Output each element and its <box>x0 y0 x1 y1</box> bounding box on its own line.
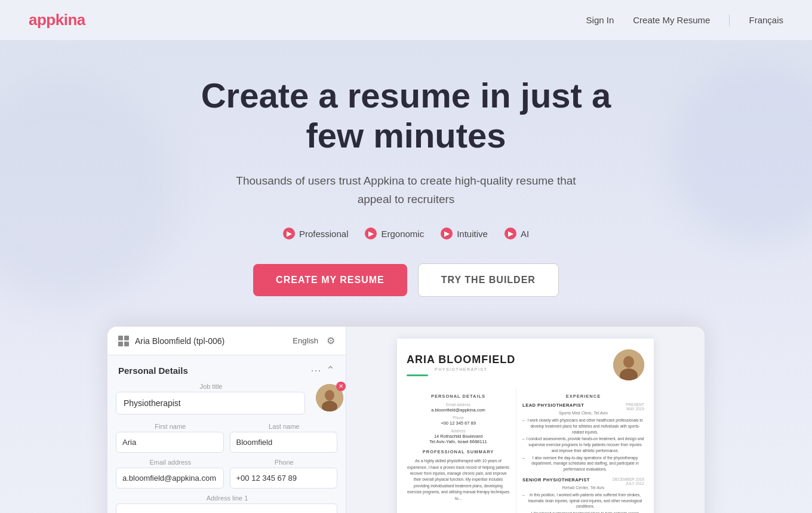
job2-dates: DECEMBER 2018 JULY 2012 <box>613 477 644 486</box>
job-title-input[interactable] <box>116 392 305 414</box>
resume-photo <box>613 349 644 380</box>
first-name-label: First name <box>116 423 224 430</box>
job1-place: Sports Med Clinic, Tel Aviv <box>522 411 644 415</box>
create-resume-link[interactable]: Create My Resume <box>633 15 710 25</box>
collapse-icon[interactable]: ⌃ <box>326 364 335 377</box>
job-entry-1: LEAD PHYSIOTHERAPIST PRESENT MAY 2019 Sp… <box>522 403 644 472</box>
hero-title-line1: Create a resume in just a <box>201 76 611 115</box>
section-actions: ⋯ ⌃ <box>310 364 335 377</box>
prof-summary-text: As a highly skilled physiotherapist with… <box>407 458 510 502</box>
address-input[interactable] <box>116 503 337 513</box>
svg-point-4 <box>623 356 634 368</box>
badge-ai: ▶ AI <box>505 228 529 239</box>
last-name-input[interactable] <box>230 432 338 453</box>
r-phone-label: Phone <box>407 416 510 420</box>
resume-accent-bar <box>407 374 428 376</box>
panel-header-left: Aria Bloomfield (tpl-006) <box>118 336 224 346</box>
job-title-label: Job title <box>116 383 305 390</box>
hero-title-line2: few minutes <box>306 116 506 155</box>
resume-preview: ARIA BLOOMFIELD PHYSIOTHERAPIST <box>397 339 654 513</box>
resume-body: PERSONAL DETAILS Email address a.bloomfi… <box>397 389 654 513</box>
grid-cell <box>118 342 123 346</box>
nav-links: Sign In Create My Resume Français <box>586 14 783 26</box>
job1-bullet-3: I also oversee the day-to-day operations… <box>522 455 644 472</box>
badge-label-ergonomic: Ergonomic <box>381 229 424 239</box>
resume-job-title: PHYSIOTHERAPIST <box>407 367 515 371</box>
resume-left-col: PERSONAL DETAILS Email address a.bloomfi… <box>407 389 516 513</box>
email-label: Email address <box>116 459 224 466</box>
job2-date-end: DECEMBER 2018 <box>613 477 644 481</box>
badge-label-professional: Professional <box>299 229 349 239</box>
job1-title-row: LEAD PHYSIOTHERAPIST PRESENT MAY 2019 <box>522 403 644 411</box>
hero-buttons: CREATE MY RESUME TRY THE BUILDER <box>173 263 639 297</box>
email-input[interactable] <box>116 468 224 489</box>
panel-resume-name: Aria Bloomfield (tpl-006) <box>135 336 224 346</box>
phone-label: Phone <box>230 459 338 466</box>
hero-title: Create a resume in just a few minutes <box>173 76 639 155</box>
badge-label-ai: AI <box>521 229 529 239</box>
job1-date-start: MAY 2019 <box>626 407 644 411</box>
panel-language[interactable]: English <box>293 336 318 345</box>
logo[interactable]: appkina <box>29 11 85 29</box>
badge-professional: ▶ Professional <box>283 228 349 239</box>
job2-title-row: SENIOR PHYSIOTHERAPIST DECEMBER 2018 JUL… <box>522 477 644 486</box>
prof-summary-label: PROFESSIONAL SUMMARY <box>407 449 510 454</box>
badge-intuitive: ▶ Intuitive <box>441 228 488 239</box>
hero-subtitle: Thousands of users trust Appkina to crea… <box>227 172 585 208</box>
try-builder-button[interactable]: TRY THE BUILDER <box>418 263 559 297</box>
job1-title: LEAD PHYSIOTHERAPIST <box>522 403 584 408</box>
job2-place: Rehab Center, Tel Aviv <box>522 486 644 490</box>
badge-icon-ai: ▶ <box>505 228 516 239</box>
experience-section-label: EXPERIENCE <box>522 394 644 399</box>
badge-icon-ergonomic: ▶ <box>365 228 377 239</box>
job1-bullet-2: I conduct assessments, provide hands-on … <box>522 436 644 453</box>
job-title-field: Job title ✕ <box>116 383 337 414</box>
hero-badges: ▶ Professional ▶ Ergonomic ▶ Intuitive ▶… <box>173 228 639 239</box>
preview-container: Aria Bloomfield (tpl-006) English ⚙ Pers… <box>107 327 705 513</box>
badge-icon-intuitive: ▶ <box>441 228 453 239</box>
section-header: Personal Details ⋯ ⌃ <box>107 355 346 383</box>
more-options-icon[interactable]: ⋯ <box>310 364 321 377</box>
badge-ergonomic: ▶ Ergonomic <box>365 228 424 239</box>
job2-bullet-2: I developed customised treatment plans t… <box>522 511 644 513</box>
job1-bullet-1: I work closely with physicians and other… <box>522 417 644 435</box>
hero-section: Create a resume in just a few minutes Th… <box>0 40 812 513</box>
form-area: Job title ✕ <box>107 383 346 513</box>
navigation: appkina Sign In Create My Resume Françai… <box>0 0 812 40</box>
badge-label-intuitive: Intuitive <box>457 229 488 239</box>
sign-in-link[interactable]: Sign In <box>586 15 614 25</box>
settings-icon[interactable]: ⚙ <box>327 335 335 346</box>
badge-icon-professional: ▶ <box>283 228 295 239</box>
first-name-input[interactable] <box>116 432 224 453</box>
language-selector[interactable]: Français <box>749 15 783 25</box>
resume-header: ARIA BLOOMFIELD PHYSIOTHERAPIST <box>397 339 654 389</box>
grid-cell <box>118 336 123 340</box>
create-resume-button[interactable]: CREATE MY RESUME <box>253 264 407 296</box>
svg-point-1 <box>325 390 334 401</box>
contact-row: Email address Phone <box>116 459 337 489</box>
resume-right-col: EXPERIENCE LEAD PHYSIOTHERAPIST PRESENT … <box>516 389 644 513</box>
email-group: Email address <box>116 459 224 489</box>
grid-cell <box>124 336 129 340</box>
personal-section-label: PERSONAL DETAILS <box>407 394 510 399</box>
job1-dates: PRESENT MAY 2019 <box>626 403 644 411</box>
phone-input[interactable] <box>230 468 338 489</box>
job2-bullet-1: In this position, I worked with patients… <box>522 492 644 509</box>
job1-date-end: PRESENT <box>626 403 644 407</box>
r-phone-value: +00 12 345 67 89 <box>407 420 510 426</box>
phone-group: Phone <box>230 459 338 489</box>
avatar-remove-button[interactable]: ✕ <box>336 382 346 391</box>
job2-date-start: JULY 2012 <box>613 481 644 486</box>
resume-full-name: ARIA BLOOMFIELD <box>407 354 515 366</box>
r-address-label: Address <box>407 429 510 433</box>
name-row: First name Last name <box>116 423 337 453</box>
hero-content: Create a resume in just a few minutes Th… <box>173 76 639 297</box>
last-name-group: Last name <box>230 423 338 453</box>
r-email-value: a.bloomfield@appkina.com <box>407 407 510 413</box>
address-group: Address line 1 <box>116 494 337 513</box>
grid-cell <box>124 342 129 346</box>
grid-icon <box>118 336 129 346</box>
r-email-label: Email address <box>407 403 510 407</box>
left-panel: Aria Bloomfield (tpl-006) English ⚙ Pers… <box>107 327 346 513</box>
avatar-badge: ✕ <box>316 384 343 414</box>
